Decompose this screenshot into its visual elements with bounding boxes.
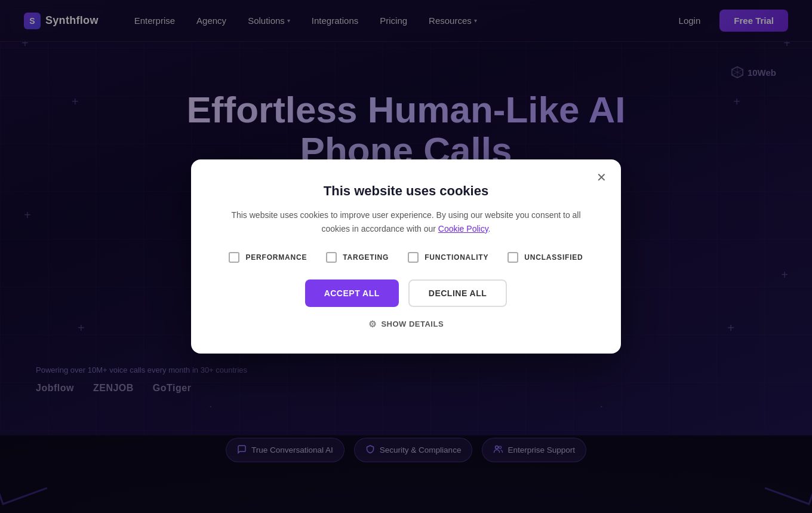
accept-all-button[interactable]: ACCEPT ALL <box>305 279 399 307</box>
cookie-options: PERFORMANCE TARGETING FUNCTIONALITY UNCL… <box>220 252 592 263</box>
cookie-option-functionality: FUNCTIONALITY <box>408 252 488 263</box>
performance-checkbox[interactable] <box>229 252 239 263</box>
cookie-close-button[interactable]: ✕ <box>592 169 611 186</box>
cookie-buttons: ACCEPT ALL DECLINE ALL <box>220 279 592 307</box>
show-details-button[interactable]: ⚙ SHOW DETAILS <box>220 319 592 330</box>
cookie-option-performance: PERFORMANCE <box>229 252 307 263</box>
gear-icon: ⚙ <box>368 319 377 330</box>
cookie-policy-link[interactable]: Cookie Policy <box>438 224 488 234</box>
cookie-description: This website uses cookies to improve use… <box>220 208 592 235</box>
cookie-title: This website uses cookies <box>220 183 592 199</box>
cookie-overlay: ✕ This website uses cookies This website… <box>0 0 812 513</box>
decline-all-button[interactable]: DECLINE ALL <box>408 279 508 307</box>
cookie-option-unclassified: UNCLASSIFIED <box>508 252 583 263</box>
targeting-checkbox[interactable] <box>326 252 337 263</box>
cookie-dialog: ✕ This website uses cookies This website… <box>191 159 621 354</box>
cookie-option-targeting: TARGETING <box>326 252 389 263</box>
unclassified-checkbox[interactable] <box>508 252 518 263</box>
functionality-checkbox[interactable] <box>408 252 419 263</box>
